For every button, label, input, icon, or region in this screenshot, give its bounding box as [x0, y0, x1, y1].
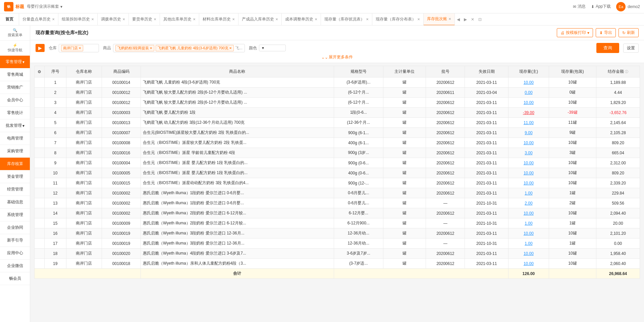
tab-material-out[interactable]: 材料出库单历史 ✕ [199, 13, 238, 25]
table-row: 19 南岸门店 00100018 惠氏启脆（Wyeth illuma）亲和人体儿… [35, 259, 640, 269]
user-info[interactable]: Ea demo2 [616, 2, 640, 11]
sidebar-search[interactable]: 🔍 搜索菜单 [0, 25, 30, 41]
color-select[interactable]: ▾ [259, 45, 286, 51]
tab-nav-prev[interactable]: ◀ [455, 13, 462, 25]
tab-split-stock[interactable]: 分量盘点单历史 ✕ [19, 13, 58, 25]
export-btn[interactable]: ⬇ 导出 [596, 28, 616, 37]
cell-batch: 20200612 [426, 98, 465, 108]
app-download-btn[interactable]: ⬇ App下载 [591, 4, 611, 9]
warehouse-tag-remove[interactable]: ✕ [78, 46, 81, 50]
sidebar-item-wechat[interactable]: 企业微信 [0, 260, 30, 272]
expand-more-btn[interactable]: ⌄⌄ 展开更多条件 [321, 54, 353, 60]
tab-batch-voucher[interactable]: 库存批次账 ✕ [424, 13, 455, 25]
tab-close[interactable]: ✕ [366, 17, 369, 21]
sidebar-item-purchase[interactable]: 采购管理 [0, 145, 30, 158]
content-area: 现存量查询(按仓库+批次) 🖨 按模板打印 ▾ ⬇ 导出 ↻ 刷新 [30, 25, 644, 322]
tab-home[interactable]: 首页 [0, 13, 19, 25]
sidebar-item-base-info[interactable]: 基础信息 [0, 196, 30, 209]
tab-inventory-status[interactable]: 现存量（库存状况表） ✕ [321, 13, 372, 25]
sidebar-item-retail[interactable]: 零售管理 ▾ [0, 56, 30, 68]
cell-spec: (12-36个月... [334, 118, 383, 128]
sidebar-item-operation[interactable]: 经营管理 [0, 183, 30, 196]
cell-product-code: 00100013 [102, 118, 141, 128]
tab-close[interactable]: ✕ [91, 17, 94, 21]
cell-current-qty[interactable]: 10.00 [508, 98, 549, 108]
tab-product-in[interactable]: 产成品入库单历史 ✕ [238, 13, 282, 25]
table-row: 10 南岸门店 00100005 合生元（BIOSTIME）派星 婴儿配方奶粉 … [35, 168, 640, 178]
cell-settings [35, 148, 45, 158]
tab-nav-next[interactable]: ▶ [462, 13, 469, 25]
sidebar-item-ecommerce[interactable]: 电商管理 [0, 132, 30, 145]
table-row: 1 南岸门店 00100014 飞鹤星飞帆 儿童奶粉 4段(3-6岁适用) 70… [35, 77, 640, 88]
tab-maximize[interactable]: ⊡ [476, 13, 484, 25]
sidebar-item-marketing[interactable]: 营销推广 [0, 81, 30, 94]
cell-current-qty[interactable]: 10.00 [508, 168, 549, 178]
cell-current-qty[interactable]: 1.00 [508, 218, 549, 228]
tab-close[interactable]: ✕ [154, 17, 156, 21]
warehouse-tag-group[interactable]: 南岸门店 ✕ [59, 44, 99, 52]
cell-current-qty[interactable]: 1.00 [508, 188, 549, 198]
sidebar-item-finance[interactable]: 资金管理 [0, 170, 30, 183]
sidebar-item-retail-mall[interactable]: 零售商城 [0, 68, 30, 81]
refresh-btn[interactable]: ↻ 刷新 [619, 28, 639, 37]
template-print-btn[interactable]: 🖨 按模板打印 ▾ [557, 28, 593, 37]
tab-disassemble[interactable]: 组装拆卸单历史 ✕ [58, 13, 98, 25]
tab-close-all[interactable]: ✕ [469, 13, 476, 25]
sidebar-item-app-center[interactable]: 应用中心 [0, 247, 30, 260]
cell-current-qty[interactable]: 10.00 [508, 249, 549, 259]
sidebar-item-member[interactable]: 会员中心 [0, 94, 30, 107]
tab-close[interactable]: ✕ [275, 17, 278, 21]
sidebar-item-member-card[interactable]: 畅会员 [0, 272, 30, 285]
cell-current-qty[interactable]: -39.00 [508, 108, 549, 118]
settings-btn[interactable]: 设置 [623, 44, 639, 53]
cell-unit: 罐 [383, 138, 426, 148]
settings-icon[interactable]: ⚙ [38, 69, 41, 74]
sidebar-item-enterprise[interactable]: 企业协同 [0, 221, 30, 234]
cell-index: 10 [45, 168, 66, 178]
cell-unit: 罐 [383, 108, 426, 118]
filter-expand-btn[interactable]: ▶ [36, 44, 45, 52]
message-btn[interactable]: ✉ 消息 [573, 4, 586, 9]
cell-current-qty[interactable]: 10.00 [508, 259, 549, 269]
query-btn[interactable]: 查询 [596, 43, 619, 53]
tab-close[interactable]: ✕ [232, 17, 235, 21]
tab-close[interactable]: ✕ [448, 17, 451, 21]
tab-close[interactable]: ✕ [122, 17, 125, 21]
cell-current-qty[interactable]: 10.00 [508, 228, 549, 238]
tab-close[interactable]: ✕ [52, 17, 55, 21]
breadcrumb-select[interactable]: 母婴行业演示账套 ▾ [27, 4, 62, 9]
sidebar-item-system[interactable]: 系统管理 [0, 209, 30, 221]
logo-area: 畅 标题 [4, 2, 24, 11]
tab-close[interactable]: ✕ [417, 17, 420, 21]
cell-current-qty[interactable]: 2.00 [508, 198, 549, 208]
cell-current-qty[interactable]: 10.00 [508, 77, 549, 88]
sidebar-item-new-guide[interactable]: 新手引导 [0, 234, 30, 247]
cell-current-qty[interactable]: 10.00 [508, 138, 549, 148]
sidebar-item-wholesale[interactable]: 批发管理 ▾ [0, 119, 30, 132]
cell-current-qty[interactable]: 1.00 [508, 238, 549, 249]
sidebar-item-retail-stats[interactable]: 零售统计 [0, 107, 30, 119]
tab-other-out[interactable]: 其他出库单历史 ✕ [160, 13, 199, 25]
sidebar-quick-nav[interactable]: ⚡ 快捷导航 [0, 41, 30, 56]
tab-close[interactable]: ✕ [193, 17, 196, 21]
product-tag-remove-1[interactable]: ✕ [150, 46, 152, 50]
cell-current-qty[interactable]: 10.00 [508, 178, 549, 188]
tab-inventory-dist[interactable]: 现存量（库存分布表） ✕ [372, 13, 424, 25]
cell-current-qty[interactable]: 11.00 [508, 118, 549, 128]
tab-require[interactable]: 要货单历史 ✕ [129, 13, 160, 25]
tab-transfer[interactable]: 调拨单历史 ✕ [98, 13, 129, 25]
cell-current-pkg: 10罐 [549, 138, 596, 148]
product-tag-remove-2[interactable]: ✕ [229, 46, 232, 50]
tab-close[interactable]: ✕ [315, 17, 317, 21]
sidebar-item-label: 企业微信 [7, 263, 23, 268]
cell-current-qty[interactable]: 0.00 [508, 88, 549, 98]
cell-current-qty[interactable]: 9.00 [508, 128, 549, 138]
sidebar: 🔍 搜索菜单 ⚡ 快捷导航 零售管理 ▾ 零售商城 营销推广 会员中心 零售统计… [0, 25, 30, 322]
cell-current-qty[interactable]: 3.00 [508, 148, 549, 158]
sidebar-item-inventory[interactable]: 库存核算 [0, 158, 30, 170]
tab-cost-adjust[interactable]: 成本调整单历史 ✕ [282, 13, 321, 25]
cell-current-qty[interactable]: 10.00 [508, 158, 549, 168]
col-settings[interactable]: ⚙ [35, 66, 45, 77]
product-tag-group[interactable]: 飞鹤奶粉3段两提装 ✕ 飞鹤星飞帆 儿童奶粉 4段(3-6岁适用) 700克 ✕… [113, 44, 245, 52]
cell-current-qty[interactable]: 10.00 [508, 208, 549, 218]
